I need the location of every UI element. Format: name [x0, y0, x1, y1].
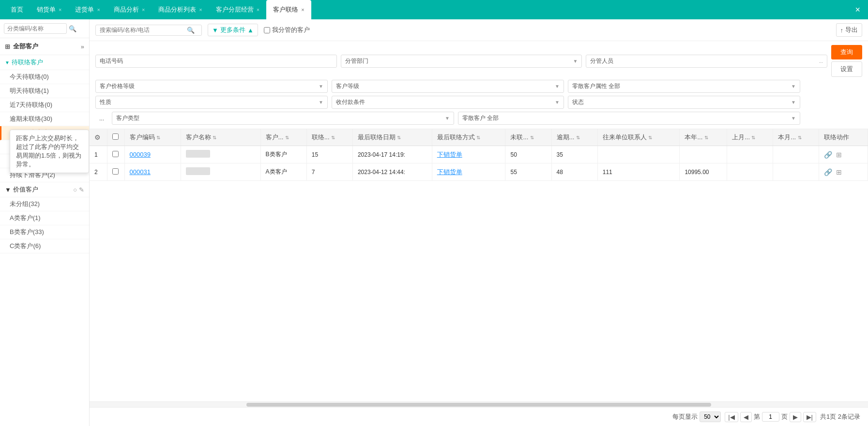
sidebar-item-class-a[interactable]: A类客户(1)	[0, 211, 89, 225]
chevron-down-icon-9: ▼	[791, 116, 796, 121]
horizontal-scrollbar[interactable]	[246, 403, 711, 407]
sidebar-item-7days-pending[interactable]: 近7天待联络(0)	[0, 98, 89, 112]
nav-close-customer-segmentation[interactable]: ×	[257, 7, 259, 13]
sidebar-search-input[interactable]	[4, 23, 67, 34]
nav-purchase-order[interactable]: 进货单 ×	[68, 0, 107, 19]
sort-icon-code[interactable]: ⇅	[156, 135, 160, 140]
row-code: 000039	[124, 146, 181, 163]
chevron-down-icon-8: ▼	[445, 116, 450, 121]
sidebar-item-today-pending[interactable]: 今天待联络(0)	[0, 70, 89, 84]
sort-icon-this-month[interactable]: ⇅	[798, 135, 802, 140]
nav-close-product-analysis-list[interactable]: ×	[199, 7, 202, 13]
row-this-year: 10995.00	[680, 163, 727, 181]
filter-customer-level[interactable]: 客户等级 ▼	[332, 80, 564, 93]
nav-close-customer-contact[interactable]: ×	[301, 7, 304, 13]
nav-close-sales-order[interactable]: ×	[59, 7, 61, 13]
sort-icon-unlocked[interactable]: ⇅	[530, 135, 534, 140]
filter-dept[interactable]: 分管部门 ▼	[341, 55, 582, 68]
query-button[interactable]: 查询	[831, 45, 862, 59]
sidebar-item-tomorrow-pending[interactable]: 明天待联络(1)	[0, 84, 89, 98]
row-last-month	[727, 163, 773, 181]
col-last-month: 上月... ⇅	[727, 129, 773, 146]
row-last-contact-date: 2023-04-17 14:19:	[352, 146, 432, 163]
sort-icon-year[interactable]: ⇅	[704, 135, 708, 140]
per-page-select[interactable]: 50	[700, 411, 721, 422]
grid-icon: ⊞	[5, 43, 10, 50]
contact-method-link[interactable]: 下销货单	[437, 168, 462, 176]
filter-price-level[interactable]: 客户价格等级 ▼	[95, 80, 328, 93]
next-page-button[interactable]: ▶	[790, 412, 801, 422]
nav-product-analysis-list[interactable]: 商品分析列表 ×	[152, 0, 209, 19]
customer-code-link[interactable]: 000031	[130, 168, 151, 176]
close-all-tabs-button[interactable]: ×	[851, 5, 864, 15]
sidebar-item-class-b[interactable]: B类客户(33)	[0, 225, 89, 239]
customer-name-placeholder	[186, 150, 210, 158]
sidebar-search-icon[interactable]: 🔍	[69, 25, 76, 32]
customer-code-link[interactable]: 000039	[130, 151, 151, 158]
nav-close-purchase-order[interactable]: ×	[97, 7, 100, 13]
first-page-button[interactable]: |◀	[725, 412, 738, 422]
customer-table: ⚙ 客户编码 ⇅ 客户名称 ⇅	[90, 129, 868, 181]
nav-home[interactable]: 首页	[4, 0, 30, 19]
sort-icon-type[interactable]: ⇅	[285, 135, 289, 140]
last-page-button[interactable]: ▶|	[803, 412, 816, 422]
contact-more-icon[interactable]: ⊞	[836, 151, 842, 159]
pending-contact-group[interactable]: ▼ 待联络客户	[0, 55, 89, 70]
filter-scatter-customer[interactable]: 零散客户 全部 ▼	[458, 112, 800, 125]
sort-icon-contact[interactable]: ⇅	[331, 135, 335, 140]
col-customer-type: 客户... ⇅	[260, 129, 306, 146]
search-icon[interactable]: 🔍	[187, 27, 195, 34]
filter-payment-terms[interactable]: 收付款条件 ▼	[332, 96, 564, 109]
row-last-month	[727, 146, 773, 163]
contact-method-link[interactable]: 下销货单	[437, 151, 462, 158]
edit-group-icon[interactable]: ✎	[79, 186, 84, 193]
pagination-nav: |◀ ◀ 第 页 ▶ ▶|	[725, 412, 816, 422]
nav-customer-segmentation[interactable]: 客户分层经营 ×	[209, 0, 266, 19]
add-group-icon[interactable]: ○	[73, 186, 77, 193]
sidebar-item-unclassified[interactable]: 未分组(32)	[0, 197, 89, 211]
my-customer-checkbox[interactable]	[264, 27, 270, 33]
sort-icon-overdue[interactable]: ⇅	[576, 135, 580, 140]
sort-icon-last-month[interactable]: ⇅	[751, 135, 755, 140]
value-customers-group[interactable]: ▼ 价值客户 ○ ✎	[0, 182, 89, 197]
sidebar-item-overdue[interactable]: 逾期未联络(30)	[0, 112, 89, 126]
filter-scatter-attr[interactable]: 零散客户属性 全部 ▼	[568, 80, 800, 93]
export-button[interactable]: ↑ 导出	[836, 23, 863, 37]
sidebar-item-class-c[interactable]: C类客户(6)	[0, 239, 89, 253]
filter-more-dots[interactable]: ...	[95, 113, 108, 124]
row-checkbox[interactable]	[112, 151, 119, 157]
nav-product-analysis[interactable]: 商品分析 ×	[107, 0, 152, 19]
row-contact-count: 7	[306, 163, 352, 181]
filter-customer-type[interactable]: 客户类型 ▼	[112, 112, 454, 125]
sort-icon-date[interactable]: ⇅	[397, 135, 401, 140]
table-settings-icon[interactable]: ⚙	[94, 133, 101, 141]
row-this-year	[680, 146, 727, 163]
contact-link-icon[interactable]: 🔗	[824, 151, 832, 159]
nav-customer-contact[interactable]: 客户联络 ×	[266, 0, 311, 19]
filter-status[interactable]: 状态 ▼	[568, 96, 800, 109]
more-conditions-button[interactable]: ▼ 更多条件 ▲	[208, 24, 258, 36]
row-index: 1	[90, 146, 107, 163]
filter-nature[interactable]: 性质 ▼	[95, 96, 328, 109]
settings-button[interactable]: 设置	[831, 61, 862, 77]
chevron-down-icon-6: ▼	[555, 100, 560, 105]
sort-icon-method[interactable]: ⇅	[476, 135, 480, 140]
horizontal-scrollbar-wrap	[90, 401, 868, 407]
search-input[interactable]	[100, 27, 187, 33]
filter-manager[interactable]: 分管人员 ...	[586, 55, 827, 68]
nav-close-product-analysis[interactable]: ×	[142, 7, 145, 13]
sort-icon-name[interactable]: ⇅	[213, 135, 216, 140]
contact-more-icon[interactable]: ⊞	[836, 168, 842, 176]
select-all-checkbox[interactable]	[112, 133, 119, 140]
prev-page-button[interactable]: ◀	[740, 412, 752, 422]
sidebar-collapse-icon[interactable]: »	[81, 43, 84, 50]
col-customer-name: 客户名称 ⇅	[181, 129, 260, 146]
filter-phone[interactable]: 电话号码	[95, 55, 337, 68]
sidebar: 🔍 ⊞ 全部客户 » ▼ 待联络客户 今天待联络(0) 明天待联络(1) 近7天…	[0, 19, 90, 426]
sort-icon-unit[interactable]: ⇅	[648, 135, 652, 140]
page-number-input[interactable]	[762, 412, 779, 422]
nav-sales-order[interactable]: 销货单 ×	[30, 0, 68, 19]
row-last-contact-date: 2023-04-12 14:44:	[352, 163, 432, 181]
contact-link-icon[interactable]: 🔗	[824, 168, 832, 176]
row-checkbox[interactable]	[112, 168, 119, 175]
